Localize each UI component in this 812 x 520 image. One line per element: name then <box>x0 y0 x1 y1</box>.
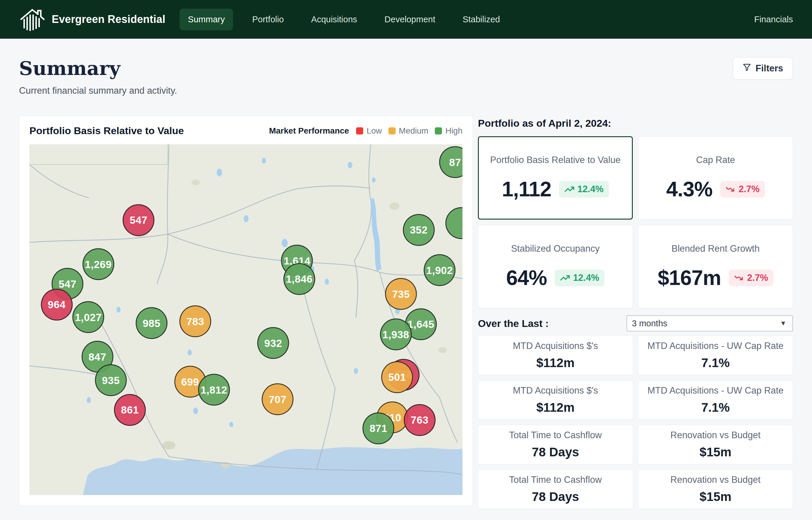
map-bubble[interactable]: 1,027 <box>73 301 104 333</box>
map-bubble[interactable]: 1,812 <box>198 374 230 406</box>
map-bubble-value: 871 <box>369 422 387 434</box>
legend-item-medium: Medium <box>389 126 428 136</box>
page-subtitle: Current financial summary and activity. <box>19 85 177 96</box>
map-card: Portfolio Basis Relative to Value Market… <box>19 116 473 506</box>
map-bubble-value: 699 <box>181 376 199 388</box>
map-bubble[interactable]: 735 <box>385 278 417 310</box>
stat-card-uw-cap-rate-2: MTD Acquisitions - UW Cap Rate 7.1% <box>638 380 793 420</box>
stat-card-time-to-cashflow-2: Total Time to Cashflow 78 Days <box>478 469 633 509</box>
nav-item-development[interactable]: Development <box>376 9 444 30</box>
kpi-card-portfolio-basis[interactable]: Portfolio Basis Relative to Value 1,112 … <box>478 136 633 219</box>
portfolio-map[interactable]: 87 352 1,902 1,614 1,846 735 1,645 1,938 <box>29 144 463 495</box>
portfolio-panel: Portfolio as of April 2, 2024: Portfolio… <box>478 116 793 509</box>
stat-card-mtd-acquisitions-1: MTD Acquisitions $'s $112m <box>478 336 633 375</box>
nav-item-summary[interactable]: Summary <box>179 9 233 30</box>
kpi-grid: Portfolio Basis Relative to Value 1,112 … <box>478 136 793 308</box>
time-range-select[interactable]: 3 months ▼ <box>626 315 793 331</box>
map-bubble[interactable]: 547 <box>123 204 155 236</box>
map-card-title: Portfolio Basis Relative to Value <box>29 125 184 136</box>
kpi-value: 1,112 <box>502 177 551 201</box>
map-bubble[interactable]: 1,938 <box>380 319 412 350</box>
map-bubble[interactable]: 932 <box>257 327 289 359</box>
legend-swatch-high <box>435 127 442 134</box>
kpi-value: $167m <box>658 266 721 290</box>
stats-grid: MTD Acquisitions $'s $112m MTD Acquisiti… <box>478 336 793 509</box>
map-bubble[interactable]: 707 <box>261 384 293 415</box>
kpi-value: 64% <box>506 266 547 290</box>
stat-card-renovation-vs-budget-1: Renovation vs Budget $15m <box>638 425 793 464</box>
map-bubble-value: 783 <box>186 315 204 327</box>
stat-card-renovation-vs-budget-2: Renovation vs Budget $15m <box>638 469 793 509</box>
map-bubble-value: 1,645 <box>408 318 434 330</box>
page-title: Summary <box>19 57 177 79</box>
kpi-card-cap-rate[interactable]: Cap Rate 4.3% 2.7% <box>638 136 793 219</box>
map-bubble-value: 1,812 <box>201 384 227 396</box>
stat-card-mtd-acquisitions-2: MTD Acquisitions $'s $112m <box>478 380 633 420</box>
map-bubble[interactable]: 783 <box>179 306 211 337</box>
portfolio-heading: Portfolio as of April 2, 2024: <box>478 118 793 129</box>
kpi-delta-badge: 2.7% <box>720 181 765 198</box>
map-bubble-value: 935 <box>102 374 120 386</box>
page-header: Summary Current financial summary and ac… <box>0 57 812 96</box>
chevron-down-icon: ▼ <box>780 319 786 327</box>
map-bubble[interactable]: 1,846 <box>283 263 315 295</box>
legend-item-low: Low <box>356 126 382 136</box>
nav-menu: Summary Portfolio Acquisitions Developme… <box>179 9 508 30</box>
funnel-icon <box>743 63 751 74</box>
map-bubble-value: 87 <box>449 156 461 168</box>
map-bubble-value: 861 <box>121 404 139 416</box>
map-bubble[interactable]: 763 <box>403 404 436 436</box>
top-nav: Evergreen Residential Summary Portfolio … <box>0 0 812 39</box>
map-bubble[interactable]: 871 <box>363 412 394 444</box>
map-bubble[interactable]: 1,902 <box>423 254 455 286</box>
map-bubble[interactable]: 501 <box>381 361 413 393</box>
kpi-delta-badge: 12.4% <box>555 269 605 286</box>
kpi-value: 4.3% <box>666 177 712 201</box>
legend-swatch-low <box>356 127 363 134</box>
market-performance-legend: Market Performance Low Medium High <box>269 126 463 136</box>
map-bubble-value: 932 <box>264 337 282 349</box>
kpi-delta-badge: 2.7% <box>729 269 774 286</box>
map-bubble-value: 1,027 <box>75 311 102 323</box>
trend-up-icon <box>560 273 570 283</box>
evergreen-house-logo-icon <box>19 6 46 32</box>
map-bubble-value: 547 <box>59 278 76 290</box>
map-bubble[interactable]: 985 <box>136 307 167 339</box>
brand[interactable]: Evergreen Residential <box>19 6 165 32</box>
brand-name: Evergreen Residential <box>52 13 165 26</box>
over-the-last-label: Over the Last : <box>478 318 549 329</box>
filters-button[interactable]: Filters <box>733 57 793 80</box>
map-bubble[interactable]: 964 <box>41 289 73 320</box>
map-bubble-value: 1,846 <box>286 273 313 285</box>
nav-item-financials[interactable]: Financials <box>754 9 793 30</box>
map-bubble-value: 501 <box>388 371 406 383</box>
map-bubble-value: 547 <box>130 214 147 226</box>
legend-title: Market Performance <box>269 126 349 136</box>
map-bubble-value: 847 <box>89 351 106 363</box>
trend-down-icon <box>734 273 744 283</box>
map-bubble-value: 1,902 <box>426 264 453 276</box>
map-bubble-value: 763 <box>411 414 428 426</box>
stat-card-uw-cap-rate-1: MTD Acquisitions - UW Cap Rate 7.1% <box>638 336 793 375</box>
map-bubble[interactable]: 1,269 <box>82 249 114 280</box>
kpi-card-blended-rent-growth[interactable]: Blended Rent Growth $167m 2.7% <box>638 225 793 308</box>
map-bubble[interactable]: 861 <box>114 394 146 426</box>
trend-down-icon <box>726 184 736 194</box>
stat-card-time-to-cashflow-1: Total Time to Cashflow 78 Days <box>478 425 633 464</box>
map-bubble-value: 352 <box>410 224 428 236</box>
map-bubble-value: 735 <box>392 288 410 300</box>
nav-item-stabilized[interactable]: Stabilized <box>454 9 508 30</box>
map-bubble[interactable]: 935 <box>95 364 127 396</box>
map-bubble-value: 707 <box>269 393 286 405</box>
nav-item-portfolio[interactable]: Portfolio <box>244 9 292 30</box>
trend-up-icon <box>564 184 575 194</box>
map-bubble-value: 1,269 <box>85 258 112 270</box>
map-bubble-value: 964 <box>48 299 66 311</box>
kpi-delta-badge: 12.4% <box>559 181 609 198</box>
nav-item-acquisitions[interactable]: Acquisitions <box>303 9 366 30</box>
legend-item-high: High <box>435 126 463 136</box>
legend-swatch-medium <box>389 127 396 134</box>
map-bubble[interactable]: 352 <box>403 214 435 246</box>
kpi-card-stabilized-occupancy[interactable]: Stabilized Occupancy 64% 12.4% <box>478 225 633 308</box>
map-bubble-value: 1,938 <box>383 329 409 340</box>
